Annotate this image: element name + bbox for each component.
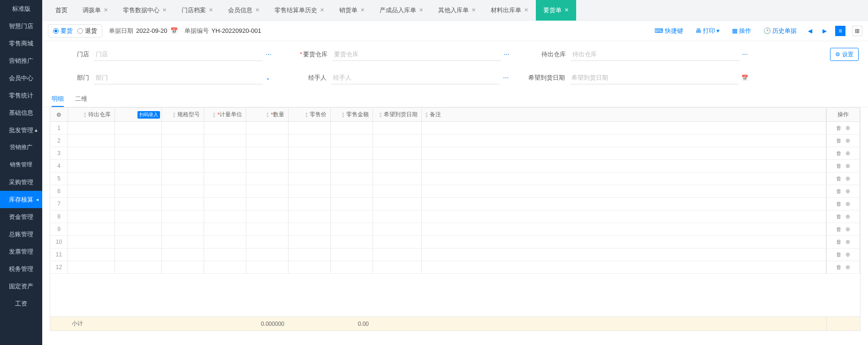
more-icon[interactable]: ⋯ [501,51,510,58]
sidebar-item-member[interactable]: 会员中心 [0,69,42,87]
radio-request[interactable]: 要货 [53,27,73,35]
col-product[interactable]: ▴▾*商品扫码录入 [115,108,162,121]
dept-input[interactable] [94,71,263,84]
add-icon[interactable]: ⊕ [845,175,850,182]
more-icon[interactable]: ⋯ [500,75,509,81]
sidebar-item-standard[interactable]: 标准版 [0,0,42,17]
sidebar-item-retail-stats[interactable]: 零售统计 [0,87,42,104]
col-qty[interactable]: ▴▾*数量 [246,108,289,121]
handler-input[interactable] [331,71,500,84]
print-button[interactable]: 🖶打印▾ [693,27,723,35]
close-icon[interactable]: ✕ [104,7,108,13]
sidebar-item-salary[interactable]: 工资 [0,295,42,312]
delete-icon[interactable]: 🗑 [836,226,842,232]
add-icon[interactable]: ⊕ [845,251,850,258]
table-row[interactable]: 8🗑⊕ [50,210,860,223]
table-row[interactable]: 4🗑⊕ [50,160,860,172]
close-icon[interactable]: ✕ [320,7,324,13]
tab-product-in[interactable]: 产成品入库单✕ [372,0,431,21]
sidebar-item-marketing[interactable]: 营销推广 [0,52,42,69]
scan-badge[interactable]: 扫码录入 [137,111,160,119]
subtab-detail[interactable]: 明细 [52,92,64,107]
store-input[interactable] [94,48,263,61]
sidebar-item-smart-store[interactable]: 智慧门店 [0,17,42,35]
delete-icon[interactable]: 🗑 [836,213,842,220]
sidebar-item-fund[interactable]: 资金管理 [0,208,42,225]
delete-icon[interactable]: 🗑 [836,188,842,195]
col-remark[interactable]: ▴▾备注 [422,108,826,121]
tab-retail-data[interactable]: 零售数据中心✕ [115,0,174,21]
add-icon[interactable]: ⊕ [845,150,850,157]
add-icon[interactable]: ⊕ [845,264,850,270]
delete-icon[interactable]: 🗑 [836,239,842,245]
table-row[interactable]: 11🗑⊕ [50,248,860,261]
tab-transfer[interactable]: 调拨单✕ [75,0,115,21]
chevron-down-icon[interactable]: ⌄ [263,75,270,81]
table-row[interactable]: 6🗑⊕ [50,185,860,198]
radio-return[interactable]: 退货 [77,27,97,35]
close-icon[interactable]: ✕ [524,7,528,13]
close-icon[interactable]: ✕ [162,7,167,13]
add-icon[interactable]: ⊕ [845,213,850,220]
delete-icon[interactable]: 🗑 [836,137,842,144]
tab-settle-history[interactable]: 零售结算单历史✕ [267,0,332,21]
delete-icon[interactable]: 🗑 [836,264,842,270]
sidebar-item-ledger[interactable]: 总账管理 [0,225,42,243]
col-unit[interactable]: ▴▾*计量单位 [204,108,246,121]
col-amount[interactable]: ▴▾零售金额 [331,108,373,121]
add-icon[interactable]: ⊕ [845,125,850,131]
table-row[interactable]: 3🗑⊕ [50,147,860,160]
table-row[interactable]: 7🗑⊕ [50,198,860,210]
sidebar-item-inventory[interactable]: 库存核算◂ [0,191,42,208]
tab-request[interactable]: 要货单✕ [536,0,576,21]
table-row[interactable]: 5🗑⊕ [50,172,860,185]
table-row[interactable]: 12🗑⊕ [50,261,860,274]
col-warehouse[interactable]: ▴▾待出仓库 [68,108,115,121]
more-icon[interactable]: ⋯ [263,51,271,58]
sidebar-item-marketing-sub[interactable]: 营销推广 [0,139,42,156]
delete-icon[interactable]: 🗑 [836,251,842,258]
delete-icon[interactable]: 🗑 [836,163,842,169]
settings-button[interactable]: ⚙设置 [830,48,859,61]
close-icon[interactable]: ✕ [472,7,476,13]
delete-icon[interactable]: 🗑 [836,201,842,207]
sidebar-item-invoice[interactable]: 发票管理 [0,243,42,260]
sidebar-item-retail-mall[interactable]: 零售商城 [0,35,42,52]
add-icon[interactable]: ⊕ [845,137,850,144]
operate-button[interactable]: ▦操作 [729,27,754,35]
col-spec[interactable]: ▴▾规格型号 [162,108,204,121]
sidebar-item-basic-info[interactable]: 基础信息 [0,104,42,121]
add-icon[interactable]: ⊕ [845,226,850,232]
sidebar-item-wholesale[interactable]: 批发管理▲ [0,121,42,139]
more-icon[interactable]: ⋯ [739,51,748,58]
tab-material-out[interactable]: 材料出库单✕ [483,0,536,21]
out-wh-input[interactable] [571,48,739,61]
close-icon[interactable]: ✕ [564,7,569,13]
shortcut-button[interactable]: ⌨快捷键 [652,27,686,35]
close-icon[interactable]: ✕ [255,7,259,13]
view-list-button[interactable]: ≡ [835,26,845,36]
tab-other-in[interactable]: 其他入库单✕ [431,0,483,21]
add-icon[interactable]: ⊕ [845,239,850,245]
history-button[interactable]: 🕑历史单据 [761,27,799,35]
doc-date-value[interactable]: 2022-09-20 [136,27,168,34]
tab-home[interactable]: 首页 [48,0,75,21]
prev-button[interactable]: ◀ [806,28,814,34]
col-price[interactable]: ▴▾零售价 [289,108,331,121]
sidebar-item-tax[interactable]: 税务管理 [0,260,42,278]
table-row[interactable]: 10🗑⊕ [50,236,860,248]
delete-icon[interactable]: 🗑 [836,150,842,157]
subtab-2d[interactable]: 二维 [75,92,87,107]
tab-sales-order[interactable]: 销货单✕ [332,0,372,21]
table-row[interactable]: 1🗑⊕ [50,122,860,135]
table-row[interactable]: 9🗑⊕ [50,223,860,236]
sidebar-item-purchase[interactable]: 采购管理 [0,173,42,191]
sidebar-item-sales-mgmt[interactable]: 销售管理 [0,156,42,173]
add-icon[interactable]: ⊕ [845,163,850,169]
col-expect-date[interactable]: ▴▾希望到货日期 [373,108,422,121]
col-settings[interactable]: ⚙ [50,108,68,121]
close-icon[interactable]: ✕ [419,7,423,13]
delete-icon[interactable]: 🗑 [836,175,842,182]
delete-icon[interactable]: 🗑 [836,125,842,131]
add-icon[interactable]: ⊕ [845,188,850,195]
